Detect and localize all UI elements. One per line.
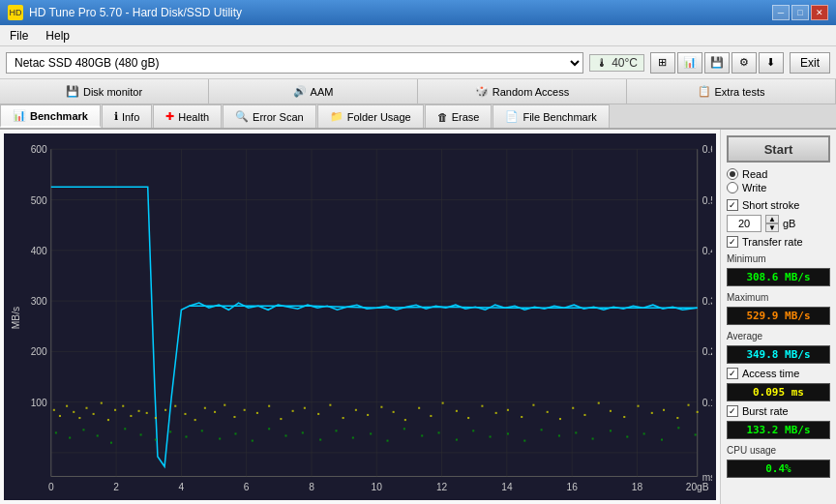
top-tabs: 💾 Disk monitor 🔊 AAM 🎲 Random Access 📋 E… xyxy=(0,79,836,104)
tab-benchmark[interactable]: 📊 Benchmark xyxy=(0,104,101,128)
svg-rect-76 xyxy=(343,417,344,419)
tab-erase[interactable]: 🗑 Erase xyxy=(425,104,493,128)
svg-text:16: 16 xyxy=(567,482,579,492)
tab-folder-usage[interactable]: 📁 Folder Usage xyxy=(317,104,424,128)
svg-rect-121 xyxy=(302,431,304,433)
read-radio[interactable]: Read xyxy=(727,168,830,180)
toolbar-icon-4[interactable]: ⚙ xyxy=(732,52,757,74)
svg-rect-118 xyxy=(252,440,254,442)
chart-area: 600 500 400 300 200 100 MB/s 0.60 0.50 0… xyxy=(4,133,716,500)
aam-icon: 🔊 xyxy=(293,85,307,98)
maximize-button[interactable]: □ xyxy=(791,5,809,20)
write-radio[interactable]: Write xyxy=(727,182,830,193)
svg-rect-98 xyxy=(623,416,625,418)
burst-rate-checkbox-box xyxy=(727,405,738,417)
tab-extra-tests[interactable]: 📋 Extra tests xyxy=(627,79,836,104)
svg-rect-140 xyxy=(626,435,628,437)
svg-text:0.10: 0.10 xyxy=(702,398,712,408)
toolbar-icon-3[interactable]: 💾 xyxy=(704,52,730,74)
tab-aam[interactable]: 🔊 AAM xyxy=(209,79,418,104)
svg-rect-90 xyxy=(521,416,522,418)
exit-button[interactable]: Exit xyxy=(790,52,830,74)
minimum-label: Minimum xyxy=(727,253,830,264)
erase-label: Erase xyxy=(452,111,480,123)
tab-random-access[interactable]: 🎲 Random Access xyxy=(418,79,627,104)
svg-rect-75 xyxy=(329,404,331,406)
average-value: 349.8 MB/s xyxy=(727,345,830,364)
svg-rect-92 xyxy=(547,411,549,413)
cpu-usage-label: CPU usage xyxy=(727,445,830,456)
help-menu[interactable]: Help xyxy=(42,28,74,44)
svg-rect-93 xyxy=(559,418,561,420)
svg-text:4: 4 xyxy=(179,482,185,492)
short-stroke-input[interactable] xyxy=(727,215,761,232)
read-write-radio-group: Read Write xyxy=(727,168,830,193)
spinner-down[interactable]: ▼ xyxy=(765,223,779,232)
cpu-usage-value: 0.4% xyxy=(727,460,830,478)
toolbar-icon-5[interactable]: ⬇ xyxy=(759,52,784,74)
svg-rect-45 xyxy=(53,409,55,411)
burst-rate-checkbox[interactable]: Burst rate xyxy=(727,405,830,417)
svg-rect-60 xyxy=(164,409,166,411)
benchmark-chart: 600 500 400 300 200 100 MB/s 0.60 0.50 0… xyxy=(12,139,712,496)
close-button[interactable]: ✕ xyxy=(811,5,828,20)
toolbar-icon-2[interactable]: 📊 xyxy=(677,52,702,74)
svg-rect-125 xyxy=(370,432,372,434)
svg-rect-63 xyxy=(194,419,196,421)
burst-rate-value: 133.2 MB/s xyxy=(727,421,830,439)
drive-selector[interactable]: Netac SSD 480GB (480 gB) xyxy=(6,52,583,74)
transfer-rate-checkbox[interactable]: Transfer rate xyxy=(727,236,830,248)
svg-text:6: 6 xyxy=(244,482,250,492)
file-benchmark-label: File Benchmark xyxy=(522,111,596,123)
svg-text:300: 300 xyxy=(31,296,47,307)
svg-rect-78 xyxy=(367,414,369,416)
svg-rect-127 xyxy=(403,428,405,430)
average-label: Average xyxy=(727,331,830,341)
svg-rect-49 xyxy=(78,417,80,419)
read-label: Read xyxy=(742,168,767,180)
spinner-up[interactable]: ▲ xyxy=(765,215,779,223)
svg-text:0.20: 0.20 xyxy=(702,346,712,357)
svg-rect-110 xyxy=(124,428,126,430)
health-icon: ✚ xyxy=(165,110,174,123)
maximum-value: 529.9 MB/s xyxy=(727,307,830,325)
svg-text:20gB: 20gB xyxy=(686,482,709,492)
svg-rect-133 xyxy=(507,432,509,434)
tab-disk-monitor[interactable]: 💾 Disk monitor xyxy=(0,79,209,104)
toolbar-icon-1[interactable]: ⊞ xyxy=(650,52,675,74)
svg-text:12: 12 xyxy=(436,482,448,492)
random-access-label: Random Access xyxy=(493,86,569,98)
titlebar: HD HD Tune Pro 5.70 - Hard Disk/SSD Util… xyxy=(0,0,836,25)
svg-text:400: 400 xyxy=(31,246,47,256)
access-time-label: Access time xyxy=(742,368,799,379)
health-label: Health xyxy=(178,111,209,123)
thermometer-icon: 🌡 xyxy=(596,56,608,70)
access-time-checkbox[interactable]: Access time xyxy=(727,368,830,379)
minimize-button[interactable]: ─ xyxy=(772,5,790,20)
svg-rect-109 xyxy=(110,442,112,444)
start-button[interactable]: Start xyxy=(727,135,830,163)
svg-rect-130 xyxy=(456,439,458,441)
svg-rect-68 xyxy=(244,409,246,411)
maximum-label: Maximum xyxy=(727,292,830,303)
file-menu[interactable]: File xyxy=(6,28,32,44)
burst-rate-label: Burst rate xyxy=(742,405,789,417)
svg-rect-67 xyxy=(233,416,235,418)
short-stroke-checkbox[interactable]: Short stroke xyxy=(727,199,830,211)
svg-rect-62 xyxy=(184,413,186,415)
svg-text:8: 8 xyxy=(309,482,314,492)
tab-health[interactable]: ✚ Health xyxy=(153,104,222,128)
tab-file-benchmark[interactable]: 📄 File Benchmark xyxy=(493,104,609,128)
svg-rect-134 xyxy=(523,440,525,442)
svg-rect-47 xyxy=(66,405,68,407)
info-icon: ℹ xyxy=(114,110,118,123)
tab-error-scan[interactable]: 🔍 Error Scan xyxy=(223,104,316,128)
svg-rect-107 xyxy=(82,429,84,430)
temperature-badge: 🌡 40°C xyxy=(589,54,644,72)
svg-rect-64 xyxy=(204,407,206,409)
svg-rect-102 xyxy=(676,417,678,419)
svg-rect-77 xyxy=(355,409,357,411)
svg-text:600: 600 xyxy=(31,144,47,155)
svg-rect-70 xyxy=(268,405,270,407)
tab-info[interactable]: ℹ Info xyxy=(102,104,152,128)
